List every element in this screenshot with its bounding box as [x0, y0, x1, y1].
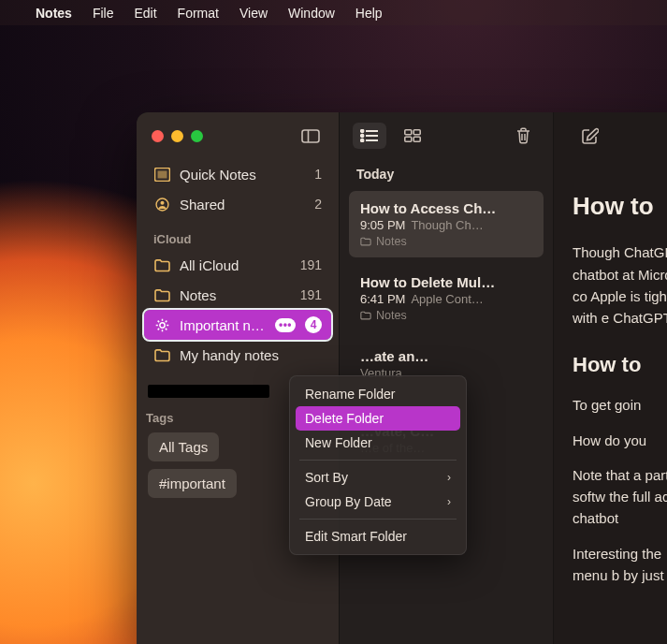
- note-title: How to Access Ch…: [360, 200, 532, 216]
- shared-icon: [153, 196, 170, 212]
- sidebar-count: 2: [314, 197, 322, 212]
- sidebar-label: Quick Notes: [180, 167, 305, 183]
- context-menu: Rename Folder Delete Folder New Folder S…: [289, 375, 467, 555]
- svg-point-5: [160, 200, 164, 204]
- svg-point-19: [361, 139, 364, 142]
- folder-icon: [153, 256, 170, 273]
- menubar: Notes File Edit Format View Window Help: [0, 0, 667, 25]
- sidebar-count: 1: [314, 167, 322, 182]
- sidebar-folder-all-icloud[interactable]: All iCloud 191: [144, 250, 331, 280]
- sidebar-section-header: iCloud: [144, 219, 331, 250]
- window-titlebar: [137, 112, 339, 159]
- menu-separator: [299, 519, 457, 520]
- editor-paragraph: Interesting the menu b by just hitti: [573, 543, 667, 587]
- sidebar-label: Important n…: [180, 317, 266, 333]
- note-list-item[interactable]: How to Delete Mul… 6:41 PM Apple Cont… N…: [349, 265, 544, 331]
- note-list-section-header: Today: [340, 159, 553, 187]
- sidebar-smart-folder-important[interactable]: Important n… ••• 4: [144, 310, 331, 340]
- tag-all[interactable]: All Tags: [148, 432, 219, 461]
- sidebar-count: 4: [305, 316, 322, 333]
- note-folder-name: Notes: [376, 309, 407, 322]
- sidebar-folder-notes[interactable]: Notes 191: [144, 280, 331, 310]
- chevron-right-icon: ›: [447, 495, 451, 508]
- list-view-button[interactable]: [353, 123, 386, 149]
- editor-toolbar: [573, 112, 667, 159]
- sidebar-count: 191: [300, 287, 322, 302]
- sidebar-folder-handy[interactable]: My handy notes: [144, 340, 331, 370]
- menu-item-label: Rename Folder: [305, 387, 396, 402]
- note-list-item[interactable]: How to Access Ch… 9:05 PM Though Ch… Not…: [349, 191, 544, 257]
- folder-icon: [153, 346, 170, 363]
- sidebar-item-shared[interactable]: Shared 2: [144, 189, 331, 219]
- note-folder: Notes: [360, 235, 532, 248]
- menu-item-label: Edit Smart Folder: [305, 529, 407, 544]
- menu-item-label: New Folder: [305, 435, 372, 450]
- menubar-item-window[interactable]: Window: [288, 6, 335, 21]
- toggle-sidebar-button[interactable]: [297, 125, 324, 146]
- svg-point-6: [159, 322, 164, 327]
- editor-body[interactable]: How to Though ChatGPT chatbot at Microso…: [573, 159, 667, 586]
- sidebar-label: My handy notes: [180, 347, 322, 363]
- note-folder: Notes: [360, 309, 532, 322]
- svg-line-14: [165, 320, 167, 322]
- svg-rect-21: [405, 130, 412, 135]
- context-menu-group-by-date[interactable]: Group By Date ›: [296, 490, 460, 514]
- menu-item-label: Group By Date: [305, 494, 392, 509]
- context-menu-edit-smart-folder[interactable]: Edit Smart Folder: [296, 524, 460, 549]
- minimize-window-button[interactable]: [171, 130, 183, 142]
- svg-line-13: [157, 328, 159, 329]
- sidebar-label: All iCloud: [180, 257, 291, 273]
- menu-item-label: Delete Folder: [305, 411, 384, 426]
- menubar-item-edit[interactable]: Edit: [134, 6, 156, 21]
- svg-line-12: [165, 328, 167, 329]
- menubar-item-help[interactable]: Help: [355, 6, 383, 21]
- svg-line-11: [157, 320, 159, 322]
- tag-important[interactable]: #important: [148, 469, 237, 498]
- gear-icon: [153, 316, 170, 333]
- note-list-toolbar: [340, 112, 553, 159]
- note-title: How to Delete Mul…: [360, 274, 532, 290]
- folder-icon: [153, 286, 170, 303]
- svg-point-17: [361, 135, 364, 138]
- svg-rect-23: [405, 137, 412, 141]
- delete-note-button[interactable]: [506, 123, 540, 149]
- sidebar-count: 191: [300, 257, 322, 272]
- context-menu-rename-folder[interactable]: Rename Folder: [296, 382, 460, 406]
- svg-point-15: [361, 130, 364, 133]
- note-folder-name: Notes: [376, 235, 407, 248]
- menubar-item-format[interactable]: Format: [178, 6, 219, 21]
- context-menu-sort-by[interactable]: Sort By ›: [296, 465, 460, 490]
- menubar-item-view[interactable]: View: [239, 6, 268, 21]
- editor-subheading: How to: [573, 349, 667, 381]
- compose-button[interactable]: [573, 123, 606, 149]
- editor-paragraph: To get goin: [573, 394, 667, 416]
- menubar-app-name[interactable]: Notes: [36, 6, 72, 21]
- menu-item-label: Sort By: [305, 470, 348, 485]
- svg-rect-3: [157, 170, 167, 178]
- note-preview: Apple Cont…: [411, 292, 532, 306]
- svg-rect-0: [302, 130, 319, 142]
- editor-column: How to Though ChatGPT chatbot at Microso…: [554, 112, 667, 644]
- editor-paragraph: Though ChatGPT chatbot at Microsoft co A…: [573, 242, 667, 329]
- traffic-lights: [152, 130, 203, 142]
- quick-notes-icon: [153, 166, 170, 183]
- note-title: …ate an…: [360, 348, 532, 364]
- svg-rect-22: [413, 130, 420, 135]
- sidebar-label: Notes: [180, 287, 291, 303]
- zoom-window-button[interactable]: [191, 130, 203, 142]
- sidebar-item-quick-notes[interactable]: Quick Notes 1: [144, 159, 331, 189]
- editor-paragraph: Note that a party softw the full acc AI …: [573, 464, 667, 530]
- more-icon[interactable]: •••: [275, 318, 296, 332]
- note-time: 9:05 PM: [360, 218, 405, 232]
- chevron-right-icon: ›: [447, 471, 451, 484]
- context-menu-new-folder[interactable]: New Folder: [296, 431, 460, 455]
- sidebar-label: Shared: [180, 197, 305, 212]
- editor-paragraph: How do you: [573, 430, 667, 451]
- menubar-item-file[interactable]: File: [93, 6, 114, 21]
- gallery-view-button[interactable]: [396, 123, 429, 149]
- close-window-button[interactable]: [152, 130, 164, 142]
- context-menu-delete-folder[interactable]: Delete Folder: [296, 406, 460, 431]
- note-time: 6:41 PM: [360, 292, 405, 306]
- menu-separator: [299, 460, 457, 461]
- svg-rect-24: [413, 137, 420, 141]
